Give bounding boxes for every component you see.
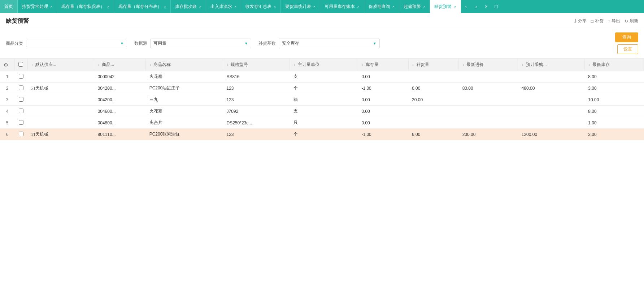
filter-category-group: 商品分类 ▼ [6,40,127,47]
select-all-checkbox[interactable] [18,62,23,67]
tab-available-ledger-close[interactable]: × [357,4,359,9]
row-latest-price [459,94,518,106]
tab-expiry-query-close[interactable]: × [392,4,395,9]
col-default-supplier[interactable]: ↕ 默认供应... [27,59,94,71]
col-product-name[interactable]: ↕ 商品名称 [146,59,223,71]
export-icon: ↑ [608,19,610,24]
data-table: ⚙ ↕ 默认供应... ↕ 商品... ↕ 商品名称 [0,58,644,140]
tab-exception[interactable]: 拣货异常处理 × [18,0,57,13]
tab-shortage-close[interactable]: × [454,4,456,9]
tab-available-ledger[interactable]: 可用量库存账本 × [320,0,364,13]
row-product-code: 004200... [94,94,146,106]
replenish-base-select[interactable]: 安全库存 ▼ [279,39,380,48]
row-unit: 个 [290,129,358,140]
row-replenish-qty [408,71,459,83]
row-checkbox[interactable] [19,132,23,136]
refresh-button[interactable]: ↻ 刷新 [625,18,638,24]
tab-prev-btn[interactable]: ‹ [461,0,471,13]
tab-batch-account[interactable]: 库存批次账 × [171,0,206,13]
tab-receipt-summary[interactable]: 收发存汇总表 × [241,0,280,13]
row-spec: J7092 [223,106,290,117]
tab-inout-flow-close[interactable]: × [234,4,236,9]
col-min-stock[interactable]: ↕ 最低库存 [584,59,644,71]
tab-batch-account-close[interactable]: × [199,4,201,9]
row-checkbox[interactable] [19,120,23,125]
refresh-icon: ↻ [625,19,628,24]
row-checkbox-cell [14,83,27,94]
tab-demand-stats[interactable]: 要货单统计表 × [281,0,320,13]
share-button[interactable]: ⤴ 分享 [574,18,587,24]
row-supplier [27,106,94,117]
row-stock: 0.00 [358,71,408,83]
table-settings-icon[interactable]: ⚙ [4,62,8,68]
row-stock: 0.00 [358,106,408,117]
tab-shortage[interactable]: 缺货预警 × [430,0,461,13]
tab-inventory-status[interactable]: 现存量（库存状况表） × [57,0,114,13]
query-button[interactable]: 查询 [615,32,638,42]
page-title: 缺货预警 [6,17,29,25]
row-spec: 123 [223,94,290,106]
tab-close-btn[interactable]: × [481,0,491,13]
filter-datasource-group: 数据源 可用量 ▼ [134,39,251,48]
stock-sort-icon: ↕ [362,63,364,67]
tab-inventory-dist[interactable]: 现存量（库存分布表） × [114,0,171,13]
row-num: 5 [0,117,14,129]
col-unit[interactable]: ↕ 主计量单位 [290,59,358,71]
tab-inventory-dist-close[interactable]: × [164,4,166,9]
name-sort-icon: ↕ [149,63,151,67]
export-button[interactable]: ↑ 导出 [608,18,620,24]
table-row: 5 004800... 离合片 DS250*23c... 只 0.00 1.00 [0,117,644,129]
row-spec: SS816 [223,71,290,83]
row-supplier [27,71,94,83]
tab-overstock[interactable]: 超储预警 × [399,0,430,13]
col-checkbox [14,59,27,71]
col-spec[interactable]: ↕ 规格型号 [223,59,290,71]
row-replenish-qty: 6.00 [408,129,459,140]
row-spec: 123 [223,129,290,140]
tab-expand-btn[interactable]: □ [491,0,501,13]
tab-receipt-summary-close[interactable]: × [274,4,276,9]
tab-inout-flow[interactable]: 出入库流水 × [206,0,241,13]
row-latest-price: 200.00 [459,129,518,140]
row-checkbox[interactable] [19,109,23,113]
code-sort-icon: ↕ [98,63,100,67]
tab-overstock-close[interactable]: × [423,4,425,9]
row-min-stock: 3.00 [584,83,644,94]
col-product-code[interactable]: ↕ 商品... [94,59,146,71]
col-replenish-qty[interactable]: ↕ 补货量 [408,59,459,71]
tab-expiry-query[interactable]: 保质期查询 × [364,0,399,13]
row-latest-price [459,71,518,83]
tab-home[interactable]: 首页 [0,0,18,13]
category-chevron-icon: ▼ [120,41,124,45]
col-latest-price[interactable]: ↕ 最新进价 [459,59,518,71]
row-unit: 支 [290,106,358,117]
tab-demand-stats-close[interactable]: × [313,4,316,9]
datasource-select[interactable]: 可用量 ▼ [150,39,251,48]
table-container: ⚙ ↕ 默认供应... ↕ 商品... ↕ 商品名称 [0,58,644,140]
replenish-button[interactable]: □ 补货 [591,18,604,24]
row-product-code: 004200... [94,83,146,94]
col-stock[interactable]: ↕ 库存量 [358,59,408,71]
row-product-name: 火花塞 [146,106,223,117]
row-estimated-purchase: 480.00 [518,83,585,94]
settings-button[interactable]: 设置 [617,44,638,54]
row-product-name: 火花塞 [146,71,223,83]
row-checkbox[interactable] [19,74,23,79]
row-estimated-purchase: 1200.00 [518,129,585,140]
row-checkbox[interactable] [19,97,23,102]
row-checkbox[interactable] [19,85,23,90]
tab-inventory-status-close[interactable]: × [107,4,109,9]
min-stock-sort-icon: ↕ [588,63,590,67]
row-supplier [27,94,94,106]
row-min-stock: 8.00 [584,71,644,83]
table-row: 1 0000042 火花塞 SS816 支 0.00 8.00 [0,71,644,83]
row-estimated-purchase [518,117,585,129]
col-estimated-purchase[interactable]: ↕ 预计采购... [518,59,585,71]
category-select[interactable]: ▼ [26,40,127,47]
row-checkbox-cell [14,106,27,117]
tab-exception-close[interactable]: × [50,4,52,9]
price-sort-icon: ↕ [462,63,464,67]
row-min-stock: 1.00 [584,117,644,129]
tab-next-btn[interactable]: › [471,0,481,13]
row-min-stock: 3.00 [584,129,644,140]
